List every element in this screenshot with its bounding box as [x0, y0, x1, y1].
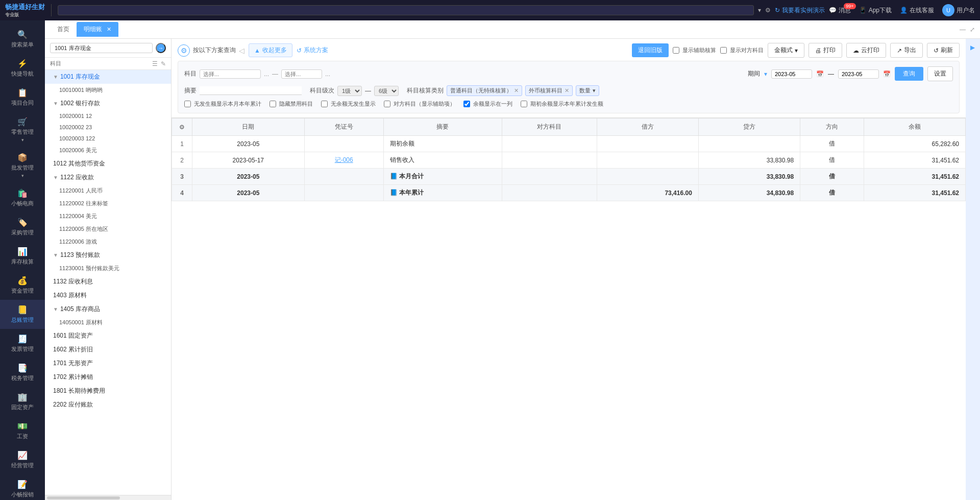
summary-input[interactable] — [200, 86, 302, 95]
sidebar-item-assets[interactable]: 🏢 固定资产 — [0, 387, 45, 416]
tree-item-1602[interactable]: 1602 累计折旧 — [45, 343, 171, 356]
query-btn[interactable]: 查询 — [895, 67, 923, 81]
tree-item-11220002[interactable]: 11220002 往来标签 — [45, 197, 171, 210]
online-service-btn[interactable]: 👤 在线客服 — [900, 6, 934, 15]
tree-item-1012[interactable]: 1012 其他货币资金 — [45, 157, 171, 171]
tree-item-10020006[interactable]: 10020006 美元 — [45, 144, 171, 157]
sidebar-item-project[interactable]: 📋 项目合同 — [0, 83, 45, 112]
topbar-gear-icon[interactable]: ⚙ — [765, 7, 771, 14]
app-download-btn[interactable]: 📱 App下载 — [859, 6, 892, 15]
tab-home[interactable]: 首页 — [50, 22, 77, 37]
right-edge-expand-btn[interactable]: ▶ — [969, 44, 976, 51]
sidebar-item-management[interactable]: 📈 经营管理 — [0, 445, 45, 474]
tree-item-1601[interactable]: 1601 固定资产 — [45, 329, 171, 343]
foreign-currency-remove-icon[interactable]: ✕ — [565, 87, 569, 94]
tree-search-input[interactable] — [50, 43, 153, 53]
topbar-search-input[interactable] — [58, 5, 754, 15]
sidebar-item-search[interactable]: 🔍 搜索菜单 — [0, 25, 45, 54]
sidebar-item-purchase[interactable]: 🏷️ 采购管理 — [0, 212, 45, 242]
no-balance-show-checkbox[interactable]: 无余额无发生显示 — [321, 100, 376, 108]
tree-item-10020002[interactable]: 10020002 23 — [45, 122, 171, 133]
tab-detail[interactable]: 明细账 ✕ — [77, 22, 118, 37]
sidebar: 🔍 搜索菜单 ⚡ 快捷导航 📋 项目合同 🛒 零售管理 ▾ 📦 批发管理 ▾ 🛍… — [0, 20, 45, 500]
sidebar-item-ecommerce[interactable]: 🛍️ 小畅电商 — [0, 183, 45, 212]
voucher-link-2[interactable]: 记-006 — [335, 156, 353, 163]
collapse-arrow-icon[interactable]: ◁ — [239, 46, 244, 55]
foreign-currency-tag[interactable]: 外币核算科目 ✕ — [525, 85, 573, 96]
tree-item-1122[interactable]: ▼ 1122 应收款 — [45, 171, 171, 184]
tree-item-1701[interactable]: 1701 无形资产 — [45, 356, 171, 370]
export-btn[interactable]: ↗ 导出 — [890, 43, 923, 58]
period-calendar-icon[interactable]: 📅 — [816, 70, 824, 78]
tree-item-10010001[interactable]: 10010001 哟哟哟 — [45, 84, 171, 97]
demo-link[interactable]: ↻ 我要看实例演示 — [775, 6, 825, 15]
show-opposite-item-checkbox[interactable]: 对方科目（显示辅助项） — [384, 100, 455, 108]
subject-type-tag[interactable]: 普通科目（无特殊核算） ✕ — [447, 85, 522, 96]
cloud-print-btn[interactable]: ☁ 云打印 — [846, 43, 886, 58]
show-opposite-checkbox[interactable]: 显示对方科目 — [720, 46, 764, 54]
level-start-select[interactable]: 1级 — [337, 86, 362, 96]
quantity-dropdown-icon[interactable]: ▾ — [593, 87, 596, 94]
tree-item-11220004[interactable]: 11220004 美元 — [45, 210, 171, 223]
tree-list-icon[interactable]: ☰ — [152, 60, 158, 67]
sidebar-item-invoice[interactable]: 🧾 发票管理 — [0, 329, 45, 358]
tree-item-11220001[interactable]: 11220001 人民币 — [45, 184, 171, 197]
messages-btn[interactable]: 💬 消息 99+ — [829, 6, 851, 15]
period-dropdown-icon[interactable]: ▾ — [764, 70, 767, 78]
scheme-gear-icon[interactable]: ⚙ — [178, 44, 190, 57]
currency-dropdown-btn[interactable]: 金额式 ▾ — [768, 43, 804, 58]
balance-in-one-checkbox[interactable]: 余额显示在一列 — [463, 100, 512, 108]
scheme-link[interactable]: ↺ 系统方案 — [297, 46, 328, 55]
sidebar-item-quicknav[interactable]: ⚡ 快捷导航 — [0, 54, 45, 83]
tree-item-10020003[interactable]: 10020003 122 — [45, 133, 171, 144]
tab-expand-icon[interactable]: ⤢ — [970, 26, 975, 33]
tree-item-1123[interactable]: ▼ 1123 预付账款 — [45, 248, 171, 262]
sidebar-item-tax[interactable]: 📑 税务管理 — [0, 358, 45, 387]
tree-item-2202[interactable]: 2202 应付账款 — [45, 398, 171, 412]
tree-item-1801[interactable]: 1801 长期待摊费用 — [45, 384, 171, 398]
refresh-btn[interactable]: ↺ 刷新 — [927, 43, 960, 58]
tree-nav-btn[interactable]: → — [156, 43, 166, 53]
tree-item-14050001[interactable]: 14050001 原材料 — [45, 316, 171, 329]
tree-item-1002[interactable]: ▼ 1002 银行存款 — [45, 97, 171, 110]
tree-item-1405[interactable]: ▼ 1405 库存商品 — [45, 302, 171, 316]
sidebar-item-ledger[interactable]: 📒 总账管理 — [0, 300, 45, 329]
user-avatar[interactable]: U 用户名 — [942, 4, 975, 16]
back-old-btn[interactable]: 退回旧版 — [632, 43, 669, 57]
tree-item-11220005[interactable]: 11220005 所在地区 — [45, 223, 171, 235]
toolbar-area: ⚙ 按以下方案查询 ◁ ▲ 收起更多 ↺ 系统方案 — [172, 39, 966, 118]
sidebar-item-wholesale[interactable]: 📦 批发管理 ▾ — [0, 148, 45, 183]
tab-close-btn[interactable]: ✕ — [107, 26, 111, 32]
tree-item-1702[interactable]: 1702 累计摊销 — [45, 370, 171, 384]
quantity-tag[interactable]: 数量 ▾ — [576, 85, 599, 96]
hide-inactive-checkbox[interactable]: 隐藏禁用科目 — [270, 100, 313, 108]
no-balance-checkbox[interactable]: 无发生额显示本月本年累计 — [184, 100, 261, 108]
subject-type-remove-icon[interactable]: ✕ — [514, 87, 519, 94]
period-end-calendar-icon[interactable]: 📅 — [883, 70, 891, 78]
subject-end-input[interactable] — [281, 69, 322, 79]
show-aux-checkbox[interactable]: 显示辅助核算 — [673, 46, 716, 54]
period-end-input[interactable] — [838, 69, 879, 79]
tree-item-1132[interactable]: 1132 应收利息 — [45, 275, 171, 289]
level-end-select[interactable]: 6级 — [374, 86, 399, 96]
tree-item-1001[interactable]: ▼ 1001 库存现金 — [45, 70, 171, 84]
sidebar-item-retail[interactable]: 🛒 零售管理 ▾ — [0, 112, 45, 148]
sidebar-item-inventory[interactable]: 📊 库存核算 — [0, 242, 45, 271]
show-ytd-checkbox[interactable]: 期初余额显示本年累计发生额 — [521, 100, 603, 108]
retail-icon: 🛒 — [17, 117, 28, 127]
subject-input[interactable] — [200, 69, 261, 79]
tree-item-10020001[interactable]: 10020001 12 — [45, 110, 171, 122]
sidebar-item-salary[interactable]: 💵 工资 — [0, 416, 45, 445]
sidebar-item-report[interactable]: 📝 小畅报销 — [0, 474, 45, 500]
tree-item-11220006[interactable]: 11220006 游戏 — [45, 235, 171, 248]
print-btn[interactable]: 🖨 打印 — [808, 43, 842, 58]
settings-toolbar-btn[interactable]: 设置 — [927, 66, 953, 81]
tree-edit-icon[interactable]: ✎ — [161, 60, 166, 67]
period-start-input[interactable] — [771, 69, 812, 79]
expand-btn[interactable]: ▲ 收起更多 — [249, 43, 292, 57]
tab-minimize-icon[interactable]: — — [960, 26, 966, 33]
topbar-dropdown-icon[interactable]: ▾ — [758, 7, 761, 14]
tree-item-1403[interactable]: 1403 原材料 — [45, 289, 171, 302]
sidebar-item-finance[interactable]: 💰 资金管理 — [0, 271, 45, 300]
tree-item-11230001[interactable]: 11230001 预付账款美元 — [45, 262, 171, 275]
